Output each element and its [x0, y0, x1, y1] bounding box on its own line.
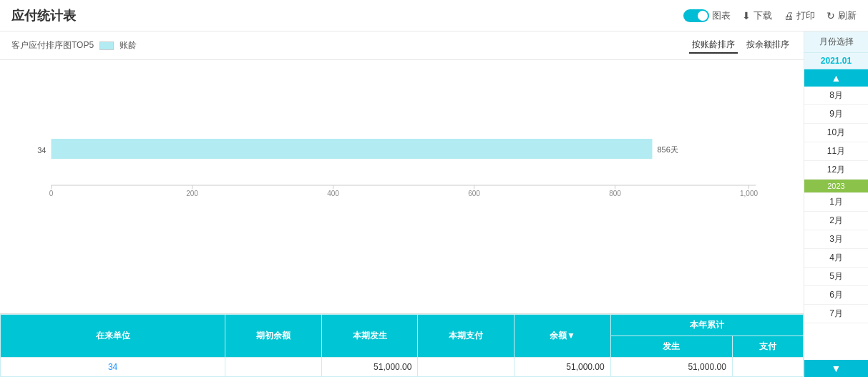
chart-header: 客户应付排序图TOP5 账龄 按账龄排序 按余额排序: [0, 31, 804, 60]
chart-container: 34 856天 0 200 400 600 800 1,000: [0, 60, 804, 313]
chart-label: 图表: [712, 9, 731, 22]
sidebar-month-3[interactable]: 3月: [804, 230, 868, 249]
legend-label: 账龄: [120, 39, 137, 52]
bar-y-label: 34: [37, 146, 46, 155]
chart-toggle[interactable]: 图表: [683, 9, 731, 22]
sidebar-month-11[interactable]: 11月: [804, 142, 868, 161]
sidebar-month-7[interactable]: 7月: [804, 305, 868, 323]
header-actions: 图表 ⬇ 下载 🖨 打印 ↻ 刷新: [683, 9, 857, 22]
sort-by-balance-button[interactable]: 按余额排序: [743, 37, 792, 54]
col-current-occur: 本期发生: [321, 315, 418, 358]
page-title: 应付统计表: [11, 7, 76, 24]
svg-text:0: 0: [49, 190, 54, 197]
bar-rect: [52, 139, 653, 159]
cell-ytd-pay: [732, 358, 803, 377]
sidebar-month-6[interactable]: 6月: [804, 286, 868, 305]
sidebar-month-4[interactable]: 4月: [804, 249, 868, 268]
download-label: 下载: [754, 9, 772, 22]
refresh-icon: ↻: [826, 10, 835, 21]
bar-chart: 34 856天 0 200 400 600 800 1,000: [14, 67, 789, 225]
download-button[interactable]: ⬇ 下载: [742, 9, 772, 22]
col-opening: 期初余额: [225, 315, 322, 358]
sort-buttons: 按账龄排序 按余额排序: [689, 37, 792, 54]
refresh-button[interactable]: ↻ 刷新: [826, 9, 857, 22]
cell-current-occur: 51,000.00: [321, 358, 418, 377]
sidebar-month-5[interactable]: 5月: [804, 268, 868, 286]
refresh-label: 刷新: [838, 9, 857, 22]
sidebar-title: 月份选择: [804, 31, 868, 53]
sidebar-month-1[interactable]: 1月: [804, 193, 868, 212]
cell-ytd-occur: 51,000.00: [610, 358, 732, 377]
sidebar-month-10[interactable]: 10月: [804, 124, 868, 142]
col-ytd-header: 本年累计: [610, 315, 803, 336]
col-ytd-occur: 发生: [610, 336, 732, 358]
unit-link: 34: [108, 362, 117, 372]
print-icon: 🖨: [784, 10, 794, 21]
svg-text:400: 400: [327, 190, 339, 197]
sidebar-scroll-down-button[interactable]: ▼: [804, 360, 868, 377]
legend-text: 客户应付排序图TOP5: [11, 39, 94, 52]
month-sidebar: 月份选择 2021.01 ▲ 8月 9月 10月 11月 12月 2023 1月…: [804, 31, 868, 377]
cell-unit[interactable]: 34: [1, 358, 225, 377]
sidebar-year-2023: 2023: [804, 180, 868, 193]
sidebar-scroll-up-button[interactable]: ▲: [804, 69, 868, 87]
print-label: 打印: [796, 9, 815, 22]
table-row: 34 51,000.00 51,000.00 51,000.00: [1, 358, 804, 377]
data-table: 在来单位 期初余额 本期发生 本期支付 余额▼ 本年累计 发生 支付: [0, 313, 804, 377]
sidebar-month-2[interactable]: 2月: [804, 212, 868, 230]
sidebar-month-12[interactable]: 12月: [804, 161, 868, 180]
svg-text:600: 600: [468, 190, 480, 197]
sort-by-age-button[interactable]: 按账龄排序: [689, 37, 738, 54]
cell-opening: [225, 358, 322, 377]
toggle-switch-icon[interactable]: [683, 9, 709, 22]
legend-box-icon: [99, 41, 114, 50]
col-unit: 在来单位: [1, 315, 225, 358]
sidebar-month-9[interactable]: 9月: [804, 105, 868, 124]
print-button[interactable]: 🖨 打印: [784, 9, 815, 22]
svg-text:1,000: 1,000: [740, 190, 758, 197]
cell-balance: 51,000.00: [515, 358, 611, 377]
svg-text:200: 200: [186, 190, 198, 197]
download-icon: ⬇: [742, 10, 751, 21]
svg-text:800: 800: [609, 190, 621, 197]
sidebar-month-8[interactable]: 8月: [804, 87, 868, 105]
col-ytd-pay: 支付: [732, 336, 803, 358]
cell-current-pay: [418, 358, 515, 377]
sidebar-year-display: 2021.01: [804, 53, 868, 69]
sidebar-months-list: 8月 9月 10月 11月 12月 2023 1月 2月 3月 4月 5月 6月…: [804, 87, 868, 360]
col-balance: 余额▼: [515, 315, 611, 358]
col-current-pay: 本期支付: [418, 315, 515, 358]
bar-end-label: 856天: [658, 145, 678, 154]
chart-legend: 客户应付排序图TOP5 账龄: [11, 39, 137, 52]
